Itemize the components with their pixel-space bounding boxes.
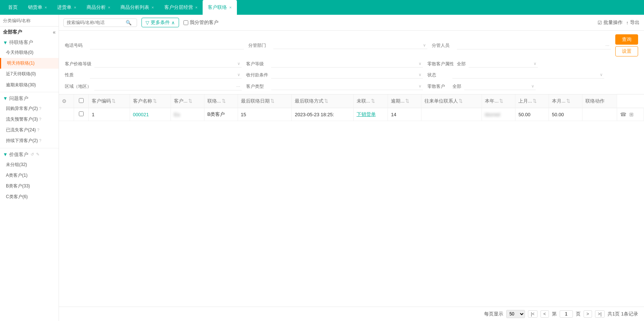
per-page-label: 每页显示	[484, 311, 503, 317]
nav-product-analysis[interactable]: 商品分析 ×	[81, 0, 115, 15]
row-this-year: 50.00	[515, 108, 549, 121]
nav-product-analysis-list[interactable]: 商品分析列表 ×	[115, 0, 159, 15]
nav-customer-contact[interactable]: 客户联络 ×	[203, 0, 237, 15]
close-icon[interactable]: ×	[108, 5, 110, 10]
row-last-month: 50.00	[549, 108, 582, 121]
select-all-checkbox[interactable]	[79, 98, 84, 103]
row-index: 1	[89, 108, 130, 121]
nav-customer-tier[interactable]: 客户分层经营 ×	[159, 0, 203, 15]
pagination: 每页显示 50 100 200 |< < 第 页 > >| 共1页 1条记录	[59, 307, 644, 321]
sidebar-item-class-b[interactable]: B类客户(33)	[0, 181, 59, 191]
close-icon[interactable]: ×	[45, 5, 47, 10]
sidebar-item-today-pending[interactable]: 今天待联络(0)	[0, 47, 59, 58]
sort-icon: ⇅	[324, 98, 328, 104]
filter-customer-type-select[interactable]: ∨	[271, 83, 423, 90]
filter-customer-level-select[interactable]: ∨	[271, 60, 423, 68]
filter-person-dots[interactable]: ···	[457, 41, 611, 49]
filter-nature: 性质 ∨	[65, 71, 242, 79]
filter-price-level: 客户价格等级 ∨	[65, 60, 242, 68]
sidebar-item-churn-warning[interactable]: 流失预警客户(3) ?	[0, 114, 59, 125]
table-container: ⚙ 客户编码⇅ 客户名称⇅ 客户...⇅ 联络...⇅ 最后联络日期⇅ 最后联络…	[59, 94, 644, 307]
search-icon[interactable]: 🔍	[126, 20, 132, 25]
sidebar-item-7days-pending[interactable]: 近7天待联络(0)	[0, 69, 59, 79]
more-filter-button[interactable]: ▽ 更多条件 ∧	[141, 18, 179, 27]
search-input[interactable]	[67, 20, 126, 25]
col-contact-count: 联络...⇅	[204, 94, 238, 108]
row-this-month	[582, 108, 617, 121]
sort-icon: ⇅	[188, 98, 192, 104]
sidebar-item-class-c[interactable]: C类客户(6)	[0, 191, 59, 202]
row-action: ☎ ⊞	[617, 108, 644, 121]
filter-phone-input[interactable]	[90, 42, 244, 49]
content-area: 🔍 ▽ 更多条件 ∧ 我分管的客户 ☑ 批量操作 ↑ 导出	[59, 15, 644, 321]
close-icon[interactable]: ×	[195, 5, 197, 10]
close-icon[interactable]: ×	[74, 5, 76, 10]
filter-region-dots[interactable]: ···	[94, 82, 242, 90]
row-checkbox-cell	[74, 108, 89, 121]
sort-icon: ⇅	[566, 98, 570, 104]
filter-payment-select[interactable]: ∨	[271, 71, 423, 79]
filter-status-select[interactable]: ∨	[452, 71, 604, 79]
collapse-icon[interactable]: «	[53, 29, 56, 35]
sidebar-item-churned[interactable]: 已流失客户(24) ?	[0, 125, 59, 135]
sidebar-item-ungrouped[interactable]: 未分组(32)	[0, 159, 59, 170]
row-gear	[59, 108, 74, 121]
row-checkbox[interactable]	[79, 111, 84, 116]
prev-page-button[interactable]: <	[540, 310, 549, 318]
export-icon: ↑	[626, 20, 629, 25]
sort-icon: ⇅	[405, 98, 409, 104]
sidebar-search-input[interactable]	[3, 18, 58, 23]
col-uncontacted: 未联...⇅	[353, 94, 388, 108]
chevron-down-icon: ∨	[237, 72, 240, 77]
chevron-down-icon: ∨	[419, 72, 421, 77]
filter-price-level-select[interactable]: ∨	[94, 60, 242, 68]
contact-icon[interactable]: ☎	[620, 111, 626, 117]
filter-retail-attr-select[interactable]: ∨	[469, 60, 538, 68]
row-overdue	[421, 108, 482, 121]
sidebar-search-bar: 🔍	[0, 15, 59, 27]
sidebar-item-overdue-contact[interactable]: 逾期未联络(30)	[0, 80, 59, 90]
chevron-down-icon: ∨	[419, 61, 421, 66]
per-page-select[interactable]: 50 100 200	[506, 310, 525, 318]
nav-purchase-order[interactable]: 进货单 ×	[52, 0, 81, 15]
top-nav: 首页 销货单 × 进货单 × 商品分析 × 商品分析列表 × 客户分层经营 × …	[0, 0, 644, 15]
row-contact-count: 15	[238, 108, 292, 121]
setting-button[interactable]: 设置	[615, 46, 638, 56]
query-button[interactable]: 查询	[615, 34, 638, 45]
filter-action-buttons: 查询 设置	[615, 34, 638, 56]
next-page-button[interactable]: >	[584, 310, 592, 318]
close-icon[interactable]: ×	[229, 5, 231, 10]
filter-retail-customer-select[interactable]: ∨	[464, 83, 536, 90]
sidebar-item-repurchase-anomaly[interactable]: 回购异常客户(2) ?	[0, 103, 59, 114]
row-last-date: 2023-05-23 18:25:	[292, 108, 353, 121]
my-customer-checkbox[interactable]	[183, 20, 188, 25]
col-this-year: 本年...⇅	[482, 94, 515, 108]
filter-status: 状态 ∨	[427, 71, 604, 79]
col-gear: ⚙	[59, 94, 74, 108]
batch-operation-button[interactable]: ☑ 批量操作	[598, 19, 623, 26]
row-last-method[interactable]: 下销货单	[353, 108, 388, 121]
export-button[interactable]: ↑ 导出	[626, 19, 640, 26]
chevron-down-icon: ∨	[419, 84, 421, 89]
first-page-button[interactable]: |<	[528, 310, 538, 318]
col-this-month: 本月...⇅	[549, 94, 582, 108]
more-action-icon[interactable]: ⊞	[629, 111, 634, 117]
col-last-date: 最后联络日期⇅	[238, 94, 292, 108]
filter-nature-select[interactable]: ∨	[90, 71, 242, 79]
filter-row-1: 电话号码 分管部门 ∨ 分管人员 ··· 查询 设置	[65, 34, 638, 56]
close-icon[interactable]: ×	[151, 5, 154, 10]
row-code[interactable]: 000021	[130, 108, 171, 121]
sidebar-item-tomorrow-pending[interactable]: 明天待联络(1)	[0, 58, 59, 69]
gear-icon[interactable]: ⚙	[62, 98, 67, 104]
sidebar-item-class-a[interactable]: A类客户(1)	[0, 170, 59, 181]
my-customer-checkbox-wrap[interactable]: 我分管的客户	[183, 19, 218, 26]
col-type: 客户...⇅	[171, 94, 204, 108]
filter-dept-select[interactable]: ∨	[273, 42, 427, 49]
nav-home[interactable]: 首页	[3, 0, 23, 15]
sort-icon: ⇅	[112, 98, 116, 104]
nav-sales-order[interactable]: 销货单 ×	[23, 0, 52, 15]
filter-customer-level: 客户等级 ∨	[246, 60, 423, 68]
last-page-button[interactable]: >|	[595, 310, 605, 318]
sidebar-item-declining[interactable]: 持续下滑客户(2) ?	[0, 135, 59, 146]
page-number-input[interactable]	[560, 310, 573, 318]
